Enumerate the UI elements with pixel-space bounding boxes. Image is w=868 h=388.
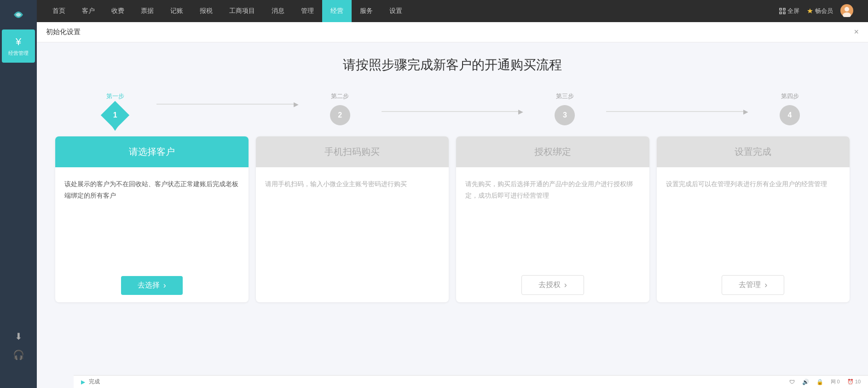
- nav-item-operation[interactable]: 经营: [322, 0, 352, 22]
- arrow-1: ▶: [294, 100, 299, 108]
- card-4-title: 设置完成: [735, 147, 771, 157]
- card-3: 授权绑定 请先购买，购买后选择开通的产品中的企业用户进行授权绑定，成功后即可进行…: [456, 136, 649, 302]
- shield-icon: 🛡: [789, 379, 795, 385]
- nav-item-invoice[interactable]: 票据: [133, 0, 162, 22]
- card-2-title: 手机扫码购买: [324, 147, 380, 157]
- page-title: 初始化设置: [46, 28, 81, 36]
- vip-button[interactable]: 畅会员: [807, 7, 833, 15]
- step-3: 第三步 3: [523, 92, 606, 125]
- go-auth-button[interactable]: 去授权 ›: [521, 275, 584, 295]
- connector-line-2: [382, 111, 519, 112]
- vip-label: 畅会员: [815, 7, 833, 15]
- step-1-pointer: [111, 125, 119, 131]
- go-manage-button[interactable]: 去管理 ›: [722, 275, 784, 295]
- card-1-title: 请选择客户: [129, 147, 175, 157]
- nav-item-settings[interactable]: 设置: [381, 0, 411, 22]
- download-icon[interactable]: ⬇: [15, 331, 23, 342]
- time-icon: ⏰ 10: [847, 379, 861, 385]
- nav-item-message[interactable]: 消息: [263, 0, 293, 22]
- card-2: 手机扫码购买 请用手机扫码，输入小微企业主账号密码进行购买: [256, 136, 449, 302]
- connector-line-1: [156, 104, 294, 105]
- fullscreen-icon[interactable]: 全屏: [779, 7, 799, 15]
- card-2-footer: [256, 288, 449, 302]
- network-icon: 网 0: [831, 378, 840, 385]
- sidebar-item-label: 经营管理: [8, 50, 29, 57]
- volume-icon: 🔊: [802, 379, 809, 385]
- arrow-3: ▶: [743, 108, 748, 115]
- step-3-circle: 3: [555, 105, 575, 125]
- main-wrapper: 首页 客户 收费 票据 记账 报税 工商项目 消息 管理 经营 服务 设置 全屏…: [37, 0, 868, 388]
- card-2-body: 请用手机扫码，输入小微企业主账号密码进行购买: [256, 167, 449, 288]
- card-3-body: 请先购买，购买后选择开通的产品中的企业用户进行授权绑定，成功后即可进行经营管理: [456, 167, 649, 268]
- fullscreen-label: 全屏: [787, 7, 799, 15]
- status-bar: ▶ 完成 🛡 🔊 🔒 网 0 ⏰ 10: [74, 375, 868, 388]
- nav-items: 首页 客户 收费 票据 记账 报税 工商项目 消息 管理 经营 服务 设置: [44, 0, 779, 22]
- sidebar-item-jingying[interactable]: ¥ 经营管理: [2, 29, 35, 63]
- step-3-label: 第三步: [556, 92, 574, 100]
- card-3-footer: 去授权 ›: [456, 268, 649, 302]
- svg-rect-2: [780, 12, 781, 14]
- step-4-label: 第四步: [781, 92, 799, 100]
- sidebar-bottom: ⬇ 🎧: [13, 331, 24, 360]
- go-auth-arrow: ›: [564, 280, 567, 290]
- cards-container: 请选择客户 该处展示的客户为不在回收站、客户状态正常建账后完成老板端绑定的所有客…: [55, 136, 850, 302]
- nav-item-bookkeeping[interactable]: 记账: [162, 0, 191, 22]
- card-1-header: 请选择客户: [55, 136, 249, 167]
- card-4-text: 设置完成后可以在管理列表进行所有企业用户的经营管理: [666, 180, 827, 188]
- status-label: 完成: [89, 378, 100, 386]
- headset-icon[interactable]: 🎧: [13, 349, 24, 360]
- go-select-arrow: ›: [163, 281, 166, 290]
- step-3-number: 3: [563, 111, 567, 119]
- nav-item-service[interactable]: 服务: [352, 0, 381, 22]
- nav-item-tax[interactable]: 报税: [191, 0, 221, 22]
- card-1-body: 该处展示的客户为不在回收站、客户状态正常建账后完成老板端绑定的所有客户: [55, 167, 249, 269]
- step-4-circle: 4: [780, 105, 800, 125]
- connector-3: ▶: [606, 108, 748, 115]
- play-button[interactable]: ▶: [81, 379, 85, 385]
- go-select-label: 去选择: [138, 281, 160, 290]
- step-2-label: 第二步: [331, 92, 349, 100]
- card-1-footer: 去选择 ›: [55, 269, 249, 302]
- step-1-circle-wrap: 1: [105, 105, 125, 125]
- sidebar: ¥ 经营管理 ⬇ 🎧: [0, 0, 37, 388]
- nav-item-customer[interactable]: 客户: [74, 0, 103, 22]
- lock-icon: 🔒: [816, 379, 823, 385]
- step-1-number: 1: [113, 111, 117, 119]
- main-title: 请按照步骤完成新客户的开通购买流程: [55, 56, 850, 74]
- nav-item-fee[interactable]: 收费: [103, 0, 133, 22]
- card-4: 设置完成 设置完成后可以在管理列表进行所有企业用户的经营管理 去管理 ›: [657, 136, 850, 302]
- status-bar-right: 🛡 🔊 🔒 网 0 ⏰ 10: [789, 378, 861, 385]
- step-1: 第一步 1: [74, 92, 156, 125]
- connector-2: ▶: [382, 108, 524, 115]
- nav-item-home[interactable]: 首页: [44, 0, 74, 22]
- go-manage-arrow: ›: [764, 280, 767, 290]
- yen-icon: ¥: [16, 36, 21, 48]
- top-navigation: 首页 客户 收费 票据 记账 报税 工商项目 消息 管理 经营 服务 设置 全屏…: [37, 0, 868, 22]
- card-2-header: 手机扫码购买: [256, 136, 449, 167]
- user-avatar[interactable]: [840, 4, 853, 18]
- card-4-body: 设置完成后可以在管理列表进行所有企业用户的经营管理: [657, 167, 850, 268]
- card-3-title: 授权绑定: [534, 147, 571, 157]
- go-manage-label: 去管理: [739, 280, 761, 290]
- close-button[interactable]: ×: [854, 27, 859, 37]
- nav-item-business[interactable]: 工商项目: [221, 0, 263, 22]
- page-header: 初始化设置 ×: [37, 22, 868, 42]
- card-3-header: 授权绑定: [456, 136, 649, 167]
- card-1-text: 该处展示的客户为不在回收站、客户状态正常建账后完成老板端绑定的所有客户: [64, 180, 238, 199]
- nav-right-actions: 全屏 畅会员: [779, 4, 861, 18]
- svg-rect-3: [783, 12, 785, 14]
- step-4-number: 4: [788, 111, 792, 119]
- step-2-number: 2: [338, 111, 342, 119]
- step-1-label: 第一步: [106, 92, 124, 100]
- card-3-text: 请先购买，购买后选择开通的产品中的企业用户进行授权绑定，成功后即可进行经营管理: [465, 180, 633, 199]
- steps-row: 第一步 1 ▶ 第二步 2: [55, 92, 850, 125]
- arrow-2: ▶: [518, 108, 523, 115]
- card-4-header: 设置完成: [657, 136, 850, 167]
- step-4: 第四步 4: [748, 92, 831, 125]
- svg-rect-1: [783, 8, 785, 10]
- step-2-circle: 2: [330, 105, 350, 125]
- nav-item-admin[interactable]: 管理: [293, 0, 322, 22]
- card-2-text: 请用手机扫码，输入小微企业主账号密码进行购买: [265, 180, 407, 188]
- go-auth-label: 去授权: [538, 280, 561, 290]
- go-select-button[interactable]: 去选择 ›: [121, 276, 183, 295]
